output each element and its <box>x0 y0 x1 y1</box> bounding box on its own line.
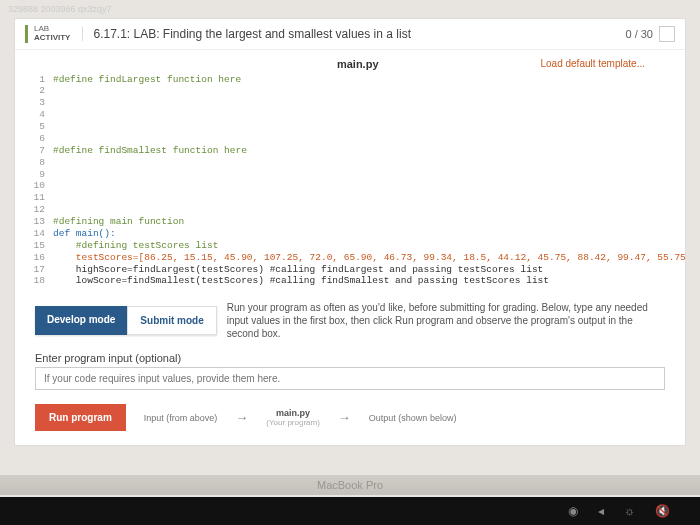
program-input[interactable] <box>35 367 665 390</box>
camera-icon: ◉ <box>568 504 578 518</box>
watermark: 329888 2003966 qx3zqy7 <box>8 4 112 14</box>
macbook-label: MacBook Pro <box>0 475 700 495</box>
code-editor[interactable]: 1#define findLargest function here234567… <box>15 72 685 294</box>
header: LAB ACTIVITY 6.17.1: LAB: Finding the la… <box>15 19 685 50</box>
input-label: Enter program input (optional) <box>35 352 665 364</box>
back-icon: ◂ <box>598 504 604 518</box>
input-from-above-label: Input (from above) <box>144 413 218 423</box>
mode-buttons: Develop mode Submit mode <box>35 306 217 335</box>
input-section: Enter program input (optional) <box>15 348 685 398</box>
submit-mode-button[interactable]: Submit mode <box>127 306 216 335</box>
brightness-icon: ☼ <box>624 504 635 518</box>
page-title: 6.17.1: LAB: Finding the largest and sma… <box>82 27 411 41</box>
score: 0 / 30 <box>625 26 675 42</box>
dock: ◉ ◂ ☼ 🔇 <box>0 497 700 525</box>
arrow-icon: → <box>338 410 351 425</box>
develop-mode-button[interactable]: Develop mode <box>35 306 127 335</box>
filename: main.py <box>217 58 379 70</box>
score-text: 0 / 30 <box>625 28 653 40</box>
lab-card: LAB ACTIVITY 6.17.1: LAB: Finding the la… <box>14 18 686 446</box>
file-bar: main.py Load default template... <box>15 50 685 72</box>
program-col: main.py (Your program) <box>266 408 320 427</box>
mainpy-label: main.py <box>266 408 320 418</box>
output-label: Output (shown below) <box>369 413 457 423</box>
arrow-icon: → <box>235 410 248 425</box>
score-box-icon <box>659 26 675 42</box>
lab-label-bottom: ACTIVITY <box>34 34 70 43</box>
lab-tag: LAB ACTIVITY <box>25 25 70 43</box>
mode-row: Develop mode Submit mode Run your progra… <box>15 293 685 348</box>
run-program-button[interactable]: Run program <box>35 404 126 431</box>
your-program-label: (Your program) <box>266 418 320 427</box>
load-template-link[interactable]: Load default template... <box>540 58 645 70</box>
mode-description: Run your program as often as you'd like,… <box>227 301 665 340</box>
mute-icon: 🔇 <box>655 504 670 518</box>
run-row: Run program Input (from above) → main.py… <box>15 398 685 437</box>
